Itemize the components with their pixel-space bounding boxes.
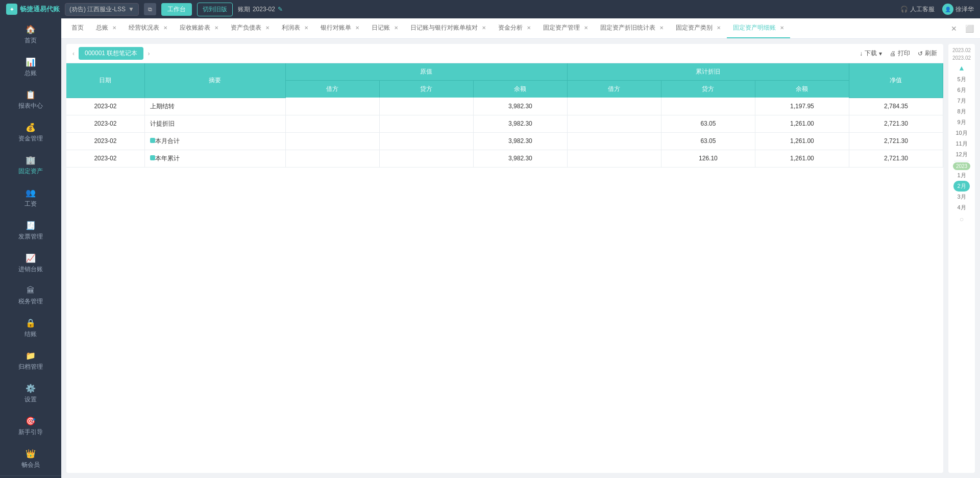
download-button[interactable]: ↓ 下载 ▾ [860,49,882,58]
tab-receivables[interactable]: 应收账龄表 ✕ [174,18,225,38]
timeline-scroll-up[interactable]: ▲ [956,62,967,74]
tab-profit[interactable]: 利润表 ✕ [276,18,314,38]
timeline-month-11[interactable]: 11月 [948,138,975,149]
asset-tab[interactable]: 000001 联想笔记本 [79,47,143,60]
fixed-assets-icon: 🏢 [26,155,36,165]
timeline-month-12[interactable]: 12月 [948,149,975,160]
customer-service[interactable]: 🎧 人工客服 [900,5,935,14]
cell-orig-debit [285,150,379,167]
sidebar-item-close[interactable]: 🔒 结账 [0,312,61,345]
col-accum-debit: 借方 [567,81,661,98]
cell-date: 2023-02 [66,98,144,115]
refresh-button[interactable]: ↺ 刷新 [918,49,937,58]
tab-journal[interactable]: 日记账 ✕ [365,18,404,38]
cell-date: 2023-02 [66,150,144,167]
ledger-icon: 📊 [26,57,36,67]
sidebar-item-fixed-assets[interactable]: 🏢 固定资产 [0,149,61,182]
timeline-month-9[interactable]: 9月 [948,117,975,128]
asset-nav-prev[interactable]: ‹ [72,50,75,57]
tab-fa-category-close[interactable]: ✕ [717,25,721,31]
tab-balance-close[interactable]: ✕ [265,25,270,31]
timeline-month-1[interactable]: 1月 [948,170,975,181]
tab-fa-detail-close[interactable]: ✕ [780,25,784,31]
tab-business-label: 经营状况表 [129,23,159,32]
headset-icon: 🎧 [900,6,908,13]
tab-bank-statement-close[interactable]: ✕ [355,25,359,31]
tab-business-close[interactable]: ✕ [163,25,167,31]
tab-bank-statement[interactable]: 银行对账单 ✕ [314,18,365,38]
sidebar-item-archive[interactable]: 📁 归档管理 [0,345,61,377]
tab-reconciliation-close[interactable]: ✕ [482,25,486,31]
sidebar-item-guide[interactable]: 🎯 新手引导 [0,410,61,443]
timeline-period-top2: 2023.02 [950,54,973,62]
copy-button[interactable]: ⧉ [144,3,156,15]
tab-profit-label: 利润表 [282,23,300,32]
asset-nav-next[interactable]: › [148,50,150,57]
tab-fa-depreciation[interactable]: 固定资产折旧统计表 ✕ [594,18,670,38]
tab-fa-detail[interactable]: 固定资产明细账 ✕ [727,18,790,38]
timeline-month-4[interactable]: 4月 [948,202,975,213]
sidebar-item-sales[interactable]: 📈 进销台账 [0,247,61,280]
tab-journal-close[interactable]: ✕ [394,25,398,31]
company-dropdown-icon: ▼ [128,6,134,13]
sales-icon: 📈 [26,253,36,263]
sidebar-label-fixed-assets: 固定资产 [18,167,43,176]
tab-profit-close[interactable]: ✕ [304,25,308,31]
tab-fa-management[interactable]: 固定资产管理 ✕ [537,18,594,38]
cell-accum-credit: 63.05 [661,132,755,150]
cell-accum-debit [567,132,661,150]
sidebar-item-funds[interactable]: 💰 资金管理 [0,116,61,149]
timeline-scroll-down[interactable]: ○ [958,213,966,225]
tab-home[interactable]: 首页 [65,18,90,38]
funds-icon: 💰 [26,123,36,132]
sidebar-label-sales: 进销台账 [18,265,43,274]
timeline-month-10[interactable]: 10月 [948,128,975,138]
switch-version-button[interactable]: 切到旧版 [197,3,233,16]
tab-fa-category[interactable]: 固定资产类别 ✕ [670,18,727,38]
period-edit-icon[interactable]: ✎ [278,6,283,13]
sidebar-item-home[interactable]: 🏠 首页 [0,18,61,51]
tab-reconciliation[interactable]: 日记账与银行对账单核对 ✕ [404,18,492,38]
print-button[interactable]: 🖨 打印 [890,49,910,58]
timeline-month-6[interactable]: 6月 [948,85,975,95]
sidebar-label-guide: 新手引导 [18,428,43,437]
tab-funds-close[interactable]: ✕ [527,25,531,31]
sidebar-item-ledger[interactable]: 📊 总账 [0,51,61,84]
tab-business[interactable]: 经营状况表 ✕ [122,18,174,38]
timeline-month-8[interactable]: 8月 [948,106,975,117]
sidebar-item-reports[interactable]: 📋 报表中心 [0,84,61,116]
sidebar-item-settings[interactable]: ⚙️ 设置 [0,377,61,410]
company-selector[interactable]: (劝告) 江西服业-LSS ▼ [65,3,139,16]
col-accumulated-dep: 累计折旧 [567,63,849,81]
timeline-month-2-active[interactable]: 2月 [953,181,970,192]
service-label: 人工客服 [910,5,935,14]
tab-fa-depreciation-close[interactable]: ✕ [659,25,664,31]
tab-balance[interactable]: 资产负债表 ✕ [225,18,276,38]
tab-receivables-close[interactable]: ✕ [214,25,218,31]
timeline-month-5[interactable]: 5月 [948,74,975,85]
archive-icon: 📁 [26,351,36,361]
sidebar-label-invoice: 发票管理 [18,232,43,241]
tag-indicator [150,155,155,160]
sidebar-item-tax[interactable]: 🏛 税务管理 [0,280,61,312]
settings-icon: ⚙️ [26,384,36,393]
cell-orig-debit [285,132,379,150]
timeline-month-7[interactable]: 7月 [948,95,975,106]
timeline-month-3[interactable]: 3月 [948,192,975,202]
tab-close-all-button[interactable]: ✕ [949,22,959,35]
workspace-button[interactable]: 工作台 [161,3,192,16]
sidebar-item-payroll[interactable]: 👥 工资 [0,182,61,214]
user-menu[interactable]: 👤 徐泽华 [942,4,974,15]
tab-expand-button[interactable]: ⬜ [963,22,976,35]
sidebar-item-member[interactable]: 👑 畅会员 [0,443,61,475]
cell-accum-debit [567,115,661,132]
asset-nav: ‹ 000001 联想笔记本 › ↓ 下载 ▾ 🖨 打印 [66,44,943,63]
col-summary: 摘要 [144,63,285,98]
tab-ledger-close[interactable]: ✕ [112,25,116,31]
tab-ledger[interactable]: 总账 ✕ [90,18,122,38]
sidebar-label-payroll: 工资 [24,200,37,208]
sidebar-item-invoice[interactable]: 🧾 发票管理 [0,214,61,247]
sidebar-label-settings: 设置 [24,395,37,404]
tab-fa-management-close[interactable]: ✕ [584,25,588,31]
tab-funds[interactable]: 资金分析 ✕ [492,18,537,38]
